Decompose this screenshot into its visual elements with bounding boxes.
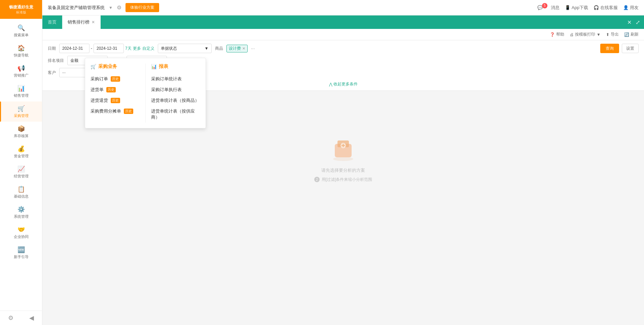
sidebar-logo: 畅捷通好生意 标准版 — [0, 0, 42, 19]
online-service-label: 在线客服 — [600, 5, 618, 11]
tabbar: 首页 销售排行榜 ✕ ✕ ⤢ — [42, 15, 644, 29]
refresh-btn[interactable]: 🔄 刷新 — [624, 32, 639, 37]
clipboard-icon: 📋 — [17, 186, 25, 193]
sidebar-item-inventory[interactable]: 📦 库存核算 — [0, 122, 42, 142]
system-title: 装备及固定资产辅助管理系统 — [48, 5, 105, 11]
popup-item-order-stats[interactable]: 采购订单统计表 — [151, 74, 201, 84]
new-icon: 🆕 — [17, 246, 25, 253]
date-custom-link[interactable]: 自定义 — [142, 46, 154, 51]
print-icon: 🖨 — [570, 32, 574, 37]
goods-more-icon[interactable]: ··· — [251, 46, 255, 51]
purchase-section: 🛒 采购业务 采购订单 历史 进货单 历史 进货退货 历史 — [91, 64, 140, 123]
sidebar-item-search[interactable]: 🔍 搜索菜单 — [0, 21, 42, 41]
purchase-section-icon: 🛒 — [91, 64, 96, 69]
tab-home[interactable]: 首页 — [42, 15, 62, 29]
purchase-section-label: 采购业务 — [98, 64, 117, 70]
sidebar-item-sales[interactable]: 📊 销售管理 — [0, 81, 42, 101]
tab-sales-ranking[interactable]: 销售排行榜 ✕ — [62, 15, 101, 29]
topbar-dropdown-arrow[interactable]: ▼ — [109, 5, 113, 10]
date-separator: - — [91, 46, 92, 51]
date-more-link[interactable]: 更多 — [133, 46, 141, 51]
message-label: 消息 — [551, 5, 560, 11]
sidebar-item-marketing[interactable]: 📢 营销推广 — [0, 61, 42, 81]
app-download-btn[interactable]: 📱 App下载 — [565, 5, 588, 11]
rank-value: 金额 — [70, 58, 78, 64]
user-btn[interactable]: 👤 用友 — [623, 5, 639, 11]
export-label: 导出 — [611, 32, 619, 37]
sidebar-item-operations[interactable]: 📈 经营管理 — [0, 162, 42, 182]
empty-hint1: 请先选择要分析的方案 — [321, 167, 365, 173]
filter-action-btns: 查询 设置 — [600, 44, 639, 53]
sidebar-item-label: 基础信息 — [14, 194, 29, 199]
tab-minimize-icon[interactable]: ✕ — [627, 19, 632, 26]
tabbar-actions: ✕ ⤢ — [623, 15, 644, 29]
hint2-bullet: 2 — [314, 177, 320, 182]
popup-item-label-3: 采购费用分摊单 — [91, 108, 121, 114]
popup-item-badge-1: 历史 — [106, 87, 116, 92]
popup-report-label-0: 采购订单统计表 — [151, 76, 182, 82]
popup-item-return[interactable]: 进货退货 历史 — [91, 95, 140, 106]
status-select[interactable]: 单据状态 ▼ — [158, 44, 212, 53]
popup-item-badge-0: 历史 — [111, 76, 120, 82]
date-end-input[interactable]: 2024-12-31 — [94, 44, 124, 53]
topbar-settings-icon[interactable]: ⚙ — [117, 4, 121, 11]
popup-item-incoming[interactable]: 进货单 历史 — [91, 84, 140, 95]
popup-divider — [145, 64, 146, 123]
tab-home-label: 首页 — [48, 19, 57, 25]
print-dropdown-icon[interactable]: ▼ — [597, 32, 601, 37]
logo-sub: 标准版 — [16, 10, 26, 15]
message-btn[interactable]: 💬 5 消息 — [537, 5, 560, 11]
popup-item-incoming-stats-goods[interactable]: 进货单统计表（按商品） — [151, 95, 201, 106]
popup-item-incoming-stats-supplier[interactable]: 进货单统计表（按供应商） — [151, 106, 201, 123]
goods-tag-text: 设计费 — [229, 46, 241, 51]
main-area: 装备及固定资产辅助管理系统 ▼ ⚙ 体验行业方案 💬 5 消息 📱 App下载 … — [42, 0, 644, 325]
sidebar-item-system[interactable]: ⚙️ 系统管理 — [0, 202, 42, 222]
settings-btn[interactable]: 设置 — [622, 44, 639, 53]
popup-sections: 🛒 采购业务 采购订单 历史 进货单 历史 进货退货 历史 — [91, 64, 200, 123]
content-area: ❓ 帮助 🖨 按模板打印 ▼ ⬆ 导出 🔄 刷新 日期 — [42, 29, 644, 325]
print-btn[interactable]: 🖨 按模板打印 ▼ — [570, 32, 601, 37]
export-icon: ⬆ — [606, 32, 609, 37]
popup-item-label-1: 进货单 — [91, 87, 104, 93]
sidebar-item-label: 库存核算 — [14, 133, 29, 138]
sidebar-item-quick-nav[interactable]: 🏠 快捷导航 — [0, 41, 42, 61]
money-icon: 💰 — [17, 145, 25, 153]
headset-icon: 🎧 — [594, 5, 599, 10]
popup-item-order-exec[interactable]: 采购订单执行表 — [151, 84, 201, 95]
popup-item-expense[interactable]: 采购费用分摊单 历史 — [91, 106, 140, 117]
popup-item-badge-3: 历史 — [124, 109, 133, 114]
popup-report-label-2: 进货单统计表（按商品） — [151, 97, 199, 104]
topbar-right: 💬 5 消息 📱 App下载 🎧 在线客服 👤 用友 — [537, 5, 639, 11]
export-btn[interactable]: ⬆ 导出 — [606, 32, 619, 37]
print-label: 按模板打印 — [575, 32, 595, 37]
sidebar-item-label: 资金管理 — [14, 154, 29, 159]
online-service-btn[interactable]: 🎧 在线客服 — [594, 5, 618, 11]
popup-item-label-2: 进货退货 — [91, 97, 108, 104]
collapse-up-icon: ⋀ — [329, 82, 332, 87]
sidebar-item-basic-info[interactable]: 📋 基础信息 — [0, 182, 42, 202]
popup-item-purchase-order[interactable]: 采购订单 历史 — [91, 74, 140, 84]
sidebar-item-cooperation[interactable]: 🤝 企业协同 — [0, 222, 42, 243]
refresh-icon: 🔄 — [624, 32, 629, 37]
settings-footer-btn[interactable]: ⚙ — [8, 314, 13, 322]
collapse-label: 收起更多条件 — [333, 81, 358, 87]
date-7days-link[interactable]: 7天 — [125, 46, 132, 51]
goods-tag-close-icon[interactable]: ✕ — [242, 46, 245, 51]
industry-btn[interactable]: 体验行业方案 — [126, 3, 159, 12]
help-icon: ❓ — [550, 32, 555, 37]
query-btn[interactable]: 查询 — [600, 44, 619, 53]
app-download-label: App下载 — [572, 5, 588, 11]
tab-maximize-icon[interactable]: ⤢ — [636, 19, 640, 26]
sidebar-item-finance[interactable]: 💰 资金管理 — [0, 142, 42, 162]
topbar: 装备及固定资产辅助管理系统 ▼ ⚙ 体验行业方案 💬 5 消息 📱 App下载 … — [42, 0, 644, 15]
tab-close-icon[interactable]: ✕ — [92, 20, 95, 25]
help-btn[interactable]: ❓ 帮助 — [550, 32, 564, 37]
sidebar-item-label: 新手引导 — [14, 254, 29, 259]
collapse-btn[interactable]: ⋀ 收起更多条件 — [329, 81, 358, 87]
date-range: 2024-12-31 - 2024-12-31 7天 更多 自定义 — [59, 44, 154, 53]
sidebar-item-guide[interactable]: 🆕 新手引导 — [0, 243, 42, 263]
sidebar-item-purchase[interactable]: 🛒 采购管理 — [0, 101, 42, 122]
status-label: 单据状态 — [161, 46, 177, 51]
date-start-input[interactable]: 2024-12-31 — [59, 44, 90, 53]
collapse-sidebar-btn[interactable]: ◀ — [29, 314, 34, 322]
